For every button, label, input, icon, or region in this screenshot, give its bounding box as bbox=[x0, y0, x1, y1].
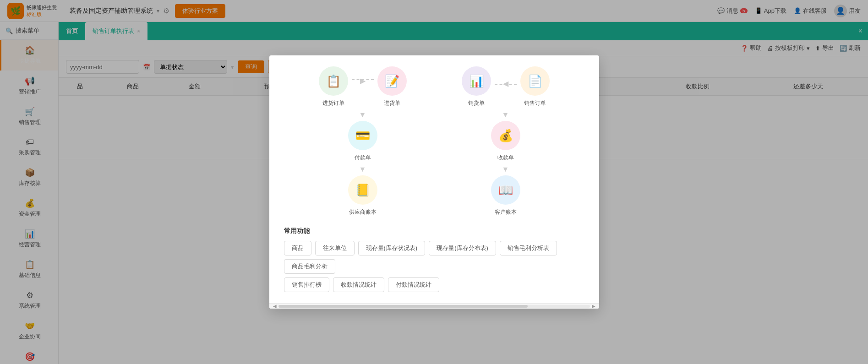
purchase-bill-circle: 📝 bbox=[377, 66, 407, 96]
v-arrow-sales: ▼ bbox=[502, 111, 509, 119]
sales-bill-circle: 📊 bbox=[462, 66, 491, 96]
h-arrow-2: ◀ bbox=[495, 79, 517, 85]
supplier-ledger-label: 供应商账本 bbox=[349, 208, 377, 216]
common-functions: 常用功能 商品 往来单位 现存量(库存状况表) 现存量(库存分布表) 销售毛利分… bbox=[284, 227, 584, 292]
sales-order-label: 销售订单 bbox=[524, 99, 546, 107]
purchase-bill-label: 进货单 bbox=[384, 99, 400, 107]
func-btn-sales-margin[interactable]: 销售毛利分析表 bbox=[500, 241, 557, 255]
modal-content: 📋 进货订单 ▶ 📝 进货单 bbox=[269, 55, 599, 303]
node-purchase-bill[interactable]: 📝 进货单 bbox=[377, 66, 407, 107]
func-btn-product[interactable]: 商品 bbox=[284, 241, 311, 255]
scrollbar-track bbox=[278, 305, 590, 308]
func-btn-partner[interactable]: 往来单位 bbox=[315, 241, 355, 255]
flow-diagram: 📋 进货订单 ▶ 📝 进货单 bbox=[284, 66, 584, 216]
modal-dialog: 📋 进货订单 ▶ 📝 进货单 bbox=[269, 55, 599, 309]
payment-circle: 💳 bbox=[348, 121, 377, 150]
node-purchase-order[interactable]: 📋 进货订单 bbox=[319, 66, 348, 107]
sales-order-circle: 📄 bbox=[520, 66, 550, 96]
function-buttons-row1: 商品 往来单位 现存量(库存状况表) 现存量(库存分布表) 销售毛利分析表 商品… bbox=[284, 241, 584, 274]
node-sales-bill[interactable]: 📊 销货单 bbox=[462, 66, 491, 107]
modal-overlay[interactable]: 📋 进货订单 ▶ 📝 进货单 bbox=[0, 0, 868, 364]
customer-ledger-label: 客户账本 bbox=[495, 208, 517, 216]
func-btn-stock-status[interactable]: 现存量(库存状况表) bbox=[358, 241, 426, 255]
receipt-circle: 💰 bbox=[491, 121, 520, 150]
node-supplier-ledger[interactable]: 📒 供应商账本 bbox=[348, 175, 377, 216]
flow-columns: 📋 进货订单 ▶ 📝 进货单 bbox=[319, 66, 550, 216]
customer-ledger-circle: 📖 bbox=[491, 175, 520, 205]
func-btn-receipt-stats[interactable]: 收款情况统计 bbox=[333, 277, 384, 292]
func-btn-sales-rank[interactable]: 销售排行榜 bbox=[284, 277, 329, 292]
scroll-left-icon[interactable]: ◀ bbox=[271, 304, 278, 309]
supplier-ledger-circle: 📒 bbox=[348, 175, 377, 205]
func-btn-stock-dist[interactable]: 现存量(库存分布表) bbox=[429, 241, 496, 255]
v-arrow-receipt: ▼ bbox=[502, 165, 509, 174]
node-sales-order[interactable]: 📄 销售订单 bbox=[520, 66, 550, 107]
v-arrow-purchase: ▼ bbox=[359, 111, 366, 119]
sales-bill-label: 销货单 bbox=[468, 99, 485, 107]
scrollbar-thumb bbox=[278, 305, 528, 308]
left-flow: 📋 进货订单 ▶ 📝 进货单 bbox=[319, 66, 407, 216]
node-payment[interactable]: 💳 付款单 bbox=[348, 121, 377, 162]
flow-row-2: 📊 销货单 ◀ 📄 销售订单 bbox=[462, 66, 550, 107]
func-btn-payment-stats[interactable]: 付款情况统计 bbox=[388, 277, 439, 292]
purchase-order-label: 进货订单 bbox=[322, 99, 344, 107]
function-buttons-row2: 销售排行榜 收款情况统计 付款情况统计 bbox=[284, 277, 584, 292]
payment-label: 付款单 bbox=[355, 154, 371, 162]
flow-row-1: 📋 进货订单 ▶ 📝 进货单 bbox=[319, 66, 407, 107]
common-functions-title: 常用功能 bbox=[284, 227, 584, 235]
node-customer-ledger[interactable]: 📖 客户账本 bbox=[491, 175, 520, 216]
purchase-order-circle: 📋 bbox=[319, 66, 348, 96]
node-receipt[interactable]: 💰 收款单 bbox=[491, 121, 520, 162]
scroll-right-icon[interactable]: ▶ bbox=[590, 304, 597, 309]
modal-scrollbar: ◀ ▶ bbox=[269, 303, 599, 309]
v-arrow-payment: ▼ bbox=[359, 165, 366, 174]
func-btn-product-margin[interactable]: 商品毛利分析 bbox=[284, 259, 335, 274]
receipt-label: 收款单 bbox=[497, 154, 514, 162]
h-arrow-1: ▶ bbox=[352, 79, 374, 85]
right-flow: 📊 销货单 ◀ 📄 销售订单 bbox=[462, 66, 550, 216]
